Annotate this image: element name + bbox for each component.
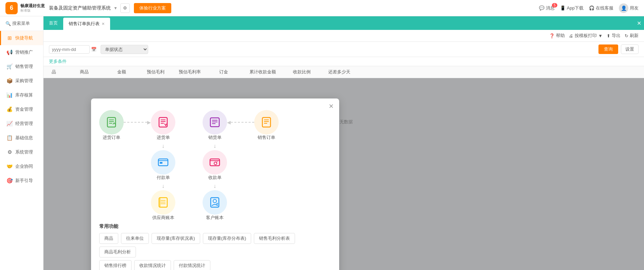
help-icon: ❓: [549, 33, 555, 38]
receipt-circle[interactable]: [203, 150, 227, 175]
sidebar-item-marketing[interactable]: 📢 营销推广: [0, 45, 43, 59]
sidebar-item-system[interactable]: ⚙ 系统管理: [0, 145, 43, 159]
content-body: 暂无数据 ✕: [43, 78, 644, 270]
print-icon: 🖨: [569, 33, 573, 38]
func-product-profit[interactable]: 商品毛利分析: [99, 247, 136, 257]
func-sales-rank[interactable]: 销售排行榜: [99, 260, 132, 270]
sidebar-item-inventory[interactable]: 📊 库存核算: [0, 88, 43, 102]
sidebar-item-finance[interactable]: 💰 资金管理: [0, 102, 43, 116]
user-name: 用友: [630, 5, 639, 11]
status-filter[interactable]: 单据状态: [101, 45, 148, 54]
logo-sub: 标准版: [20, 8, 45, 13]
col-amount: 金额: [105, 69, 139, 75]
sidebar-item-quick-nav[interactable]: ⊞ 快捷导航: [0, 31, 43, 45]
customer-ledger-circle[interactable]: [203, 190, 227, 215]
tab-sales-order-exec[interactable]: 销售订单执行表 ✕: [63, 18, 110, 30]
func-stock-dist[interactable]: 现存量(库存分布表): [203, 233, 251, 244]
sales-bill-circle[interactable]: [203, 110, 227, 134]
supplier-ledger-label: 供应商账本: [152, 215, 174, 221]
receipt-label: 收款单: [208, 175, 222, 181]
tab-close-icon[interactable]: ✕: [102, 22, 105, 26]
content-area: 首页 销售订单执行表 ✕ ✕ ❓ 帮助 🖨 按模板打印: [43, 16, 644, 270]
message-badge: 5: [552, 3, 557, 7]
search-icon: 🔍: [5, 21, 11, 26]
search-menu-button[interactable]: 🔍 搜索菜单: [3, 19, 40, 28]
home-icon: ⊞: [6, 35, 13, 41]
tab-home[interactable]: 首页: [43, 16, 63, 30]
func-customer-supplier[interactable]: 往来单位: [121, 233, 149, 244]
flow-section: 进货订单 ▶: [99, 107, 331, 221]
flow-modal: ✕ 进货订单: [91, 98, 339, 270]
headset-icon: 🎧: [589, 5, 594, 11]
table-header: 品 商品 金额 预估毛利 预估毛利率 订金 累计收款金额 收款比例 还差多少天: [43, 66, 644, 78]
func-product[interactable]: 商品: [99, 233, 118, 244]
common-func-title: 常用功能: [99, 223, 331, 230]
sidebar-item-newbie[interactable]: 🎯 新手引导: [0, 174, 43, 188]
user-menu[interactable]: 👤 用友: [619, 3, 639, 13]
more-conditions-bar: 更多条件: [43, 57, 644, 66]
purchase-order-node: 进货订单: [99, 110, 124, 141]
dropdown-icon[interactable]: ▼: [114, 6, 118, 11]
print-dropdown-icon: ▼: [598, 33, 603, 38]
app-download-button[interactable]: 📱 App下载: [560, 5, 584, 11]
template-print-button[interactable]: 🖨 按模板打印 ▼: [569, 33, 603, 39]
export-button[interactable]: ⬆ 导出: [607, 33, 621, 39]
gear-button[interactable]: ⚙: [120, 3, 130, 13]
sales-icon: 🛒: [6, 64, 13, 70]
user-avatar: 👤: [619, 3, 628, 13]
refresh-button[interactable]: ↻ 刷新: [625, 33, 639, 39]
more-conditions-link[interactable]: 更多条件: [49, 59, 67, 64]
date-from-input[interactable]: [49, 45, 90, 54]
purchase-bill-label: 进货单: [157, 134, 170, 141]
flow-row-3: ↓ 供应商账本 ↓: [99, 182, 331, 221]
sidebar-item-purchase[interactable]: 📦 采购管理: [0, 74, 43, 88]
close-all-tabs-button[interactable]: ✕: [637, 20, 641, 26]
modal-close-button[interactable]: ✕: [329, 103, 334, 110]
sales-order-label: 销售订单: [258, 134, 275, 141]
func-payment-stats[interactable]: 付款情况统计: [174, 260, 210, 270]
logo-icon: 6: [5, 2, 18, 14]
payment-circle[interactable]: [151, 150, 175, 175]
app-container: 6 畅康通好生意 标准版 装备及固定资产辅助管理系统 ▼ ⚙ 体验行业方案 💬 …: [0, 0, 644, 270]
modal-overlay[interactable]: ✕ 进货订单: [43, 78, 644, 270]
purchase-bill-circle[interactable]: [151, 110, 175, 134]
collab-icon: 🤝: [6, 163, 13, 169]
filter-actions: 查询 设置: [598, 44, 639, 54]
inventory-icon: 📊: [6, 92, 13, 98]
sidebar-search-area: 🔍 搜索菜单: [0, 16, 43, 31]
svg-point-29: [213, 199, 216, 203]
message-button[interactable]: 💬 消息 5: [539, 5, 555, 11]
help-button[interactable]: ❓ 帮助: [549, 33, 565, 39]
sidebar-item-collab[interactable]: 🤝 企业协同: [0, 159, 43, 174]
top-bar-right: 💬 消息 5 📱 App下载 🎧 在线客服 👤 用友: [539, 3, 639, 13]
col-accumulated-recv: 累计收款金额: [241, 69, 285, 75]
sidebar-item-operations[interactable]: 📈 经营管理: [0, 116, 43, 131]
col-est-profit-rate: 预估毛利率: [173, 69, 207, 75]
func-grid: 商品 往来单位 现存量(库存状况表) 现存量(库存分布表) 销售毛利分析表 商品…: [99, 233, 331, 257]
svg-rect-0: [107, 118, 116, 127]
payment-label: 付款单: [157, 175, 170, 181]
settings-button[interactable]: 设置: [621, 44, 639, 54]
online-service-button[interactable]: 🎧 在线客服: [589, 5, 613, 11]
purchase-order-circle[interactable]: [99, 110, 124, 134]
col-deposit: 订金: [207, 69, 241, 75]
filter-row: 📅 单据状态 查询 设置: [43, 42, 644, 57]
func-recv-stats[interactable]: 收款情况统计: [134, 260, 171, 270]
svg-rect-12: [262, 118, 271, 127]
func-stock-status[interactable]: 现存量(库存状况表): [152, 233, 200, 244]
supplier-ledger-circle[interactable]: [151, 190, 175, 215]
purchase-icon: 📦: [6, 78, 13, 84]
sales-order-node: 销售订单: [254, 110, 279, 141]
sidebar-item-basics[interactable]: 📋 基础信息: [0, 131, 43, 145]
sales-order-circle[interactable]: [254, 110, 279, 134]
arrow-po-to-pb: ▶: [124, 120, 151, 125]
query-button[interactable]: 查询: [598, 44, 618, 54]
purchase-order-label: 进货订单: [103, 134, 120, 141]
trial-btn[interactable]: 体验行业方案: [134, 3, 171, 13]
logo-text: 畅康通好生意 标准版: [20, 3, 45, 12]
main-area: 🔍 搜索菜单 ⊞ 快捷导航 📢 营销推广 🛒 销售管理 📦 采购管理: [0, 16, 644, 270]
arrow-so-to-sb: ◀: [227, 120, 254, 125]
calendar-icon[interactable]: 📅: [91, 47, 97, 52]
func-sales-profit[interactable]: 销售毛利分析表: [254, 233, 295, 244]
sidebar-item-sales[interactable]: 🛒 销售管理: [0, 59, 43, 74]
